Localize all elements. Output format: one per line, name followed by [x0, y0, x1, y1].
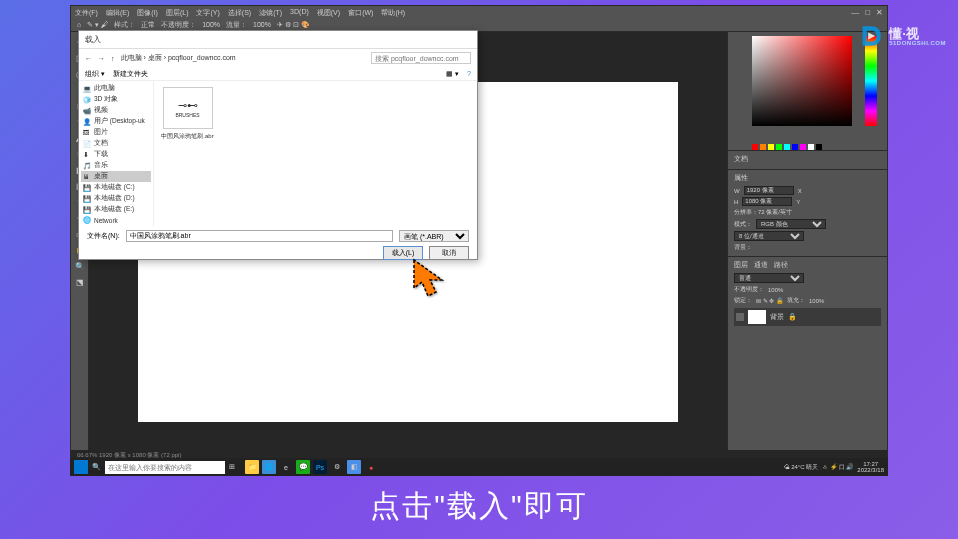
organize-menu[interactable]: 组织 ▾	[85, 69, 105, 79]
sidebar-item[interactable]: 🌐Network	[81, 215, 151, 225]
menu-filter[interactable]: 滤镜(T)	[259, 8, 282, 16]
width-input[interactable]	[744, 186, 794, 195]
menu-3d[interactable]: 3D(D)	[290, 8, 309, 16]
menu-image[interactable]: 图像(I)	[137, 8, 158, 16]
sidebar-item[interactable]: ⬇下载	[81, 149, 151, 160]
bits-select[interactable]: 8 位/通道	[734, 231, 804, 241]
forward-icon[interactable]: →	[98, 55, 105, 62]
menu-select[interactable]: 选择(S)	[228, 8, 251, 16]
weather-widget[interactable]: 🌤 24°C 晴天	[784, 463, 819, 472]
folder-icon: 🖼	[83, 129, 91, 137]
tb-ps-icon[interactable]: Ps	[313, 460, 327, 474]
tray-icons[interactable]: ㅿ ⚡ 口 🔊	[822, 463, 853, 472]
height-input[interactable]	[742, 197, 792, 206]
mode-label: 模式：	[734, 220, 752, 229]
home-icon[interactable]: ⌂	[77, 21, 81, 28]
up-icon[interactable]: ↑	[111, 55, 115, 62]
menubar: 文件(F) 编辑(E) 图像(I) 图层(L) 文字(Y) 选择(S) 滤镜(T…	[71, 6, 887, 18]
tab-channels[interactable]: 通道	[754, 260, 768, 270]
dialog-title: 载入	[85, 34, 101, 45]
filter-select[interactable]: 画笔 (*.ABR)	[399, 230, 469, 242]
menu-type[interactable]: 文字(Y)	[196, 8, 219, 16]
layer-name: 背景	[770, 312, 784, 322]
sidebar-item[interactable]: 💾本地磁盘 (C:)	[81, 182, 151, 193]
sidebar-item-label: 图片	[94, 128, 108, 137]
flow-label: 流量：	[226, 20, 247, 30]
help-icon[interactable]: ?	[467, 70, 471, 77]
newfolder-button[interactable]: 新建文件夹	[113, 69, 148, 79]
close-icon[interactable]: ✕	[876, 8, 883, 17]
sidebar-item[interactable]: 🎵音乐	[81, 160, 151, 171]
filename-input[interactable]	[126, 230, 393, 242]
menu-edit[interactable]: 编辑(E)	[106, 8, 129, 16]
tb-edge-icon[interactable]: e	[279, 460, 293, 474]
folder-icon: 💻	[83, 85, 91, 93]
tab-properties[interactable]: 属性	[734, 173, 748, 183]
flow-value[interactable]: 100%	[253, 21, 271, 28]
tb-record-icon[interactable]: ●	[364, 460, 378, 474]
sidebar-item-label: 此电脑	[94, 84, 115, 93]
sidebar-item[interactable]: 💾本地磁盘 (D:)	[81, 193, 151, 204]
folder-icon: 🌐	[83, 216, 91, 224]
folder-icon: 👤	[83, 118, 91, 126]
sidebar-item[interactable]: 📹视频	[81, 105, 151, 116]
tab-paths[interactable]: 路径	[774, 260, 788, 270]
mode-select[interactable]: RGB 颜色	[756, 219, 826, 229]
layer-kind-select[interactable]: 普通	[734, 273, 804, 283]
tb-app-icon[interactable]: ◧	[347, 460, 361, 474]
clock[interactable]: 17:27 2022/3/18	[857, 461, 884, 473]
taskbar-search[interactable]	[105, 461, 225, 474]
mode-value[interactable]: 正常	[141, 20, 155, 30]
minimize-icon[interactable]: —	[851, 8, 859, 17]
menu-window[interactable]: 窗口(W)	[348, 8, 373, 16]
sidebar-item[interactable]: 🧊3D 对象	[81, 94, 151, 105]
breadcrumb[interactable]: 此电脑 › 桌面 › pcqfloor_downcc.com	[121, 53, 366, 63]
sidebar-item-label: 本地磁盘 (D:)	[94, 194, 135, 203]
maximize-icon[interactable]: □	[865, 8, 870, 17]
sidebar-item-label: 3D 对象	[94, 95, 118, 104]
view-icon[interactable]: ▦ ▾	[446, 70, 459, 78]
sidebar-item[interactable]: 👤用户 (Desktop-uk	[81, 116, 151, 127]
file-icon-label: BRUSHES	[175, 112, 199, 118]
sidebar-item[interactable]: 💻此电脑	[81, 83, 151, 94]
tb-explorer-icon[interactable]: 📁	[245, 460, 259, 474]
file-item[interactable]: ⊸⊷BRUSHES 中国风涂鸦笔刷.abr	[160, 87, 215, 141]
tab-layers[interactable]: 图层	[734, 260, 748, 270]
sidebar-item-label: 文档	[94, 139, 108, 148]
width-label: W	[734, 188, 740, 194]
search-icon[interactable]: 🔍	[92, 463, 101, 471]
tb-browser-icon[interactable]: 🌐	[262, 460, 276, 474]
tab-swatches[interactable]: 文档	[734, 154, 748, 164]
layer-thumb	[748, 310, 766, 324]
sidebar-item[interactable]: 💾本地磁盘 (E:)	[81, 204, 151, 215]
tutorial-caption: 点击"载入"即可	[0, 486, 958, 527]
start-button[interactable]	[74, 460, 88, 474]
back-icon[interactable]: ←	[85, 55, 92, 62]
sidebar-item[interactable]: 📄文档	[81, 138, 151, 149]
taskbar: 🔍 ⊞ 📁 🌐 e 💬 Ps ⚙ ◧ ● 🌤 24°C 晴天 ㅿ ⚡ 口 🔊 1…	[70, 458, 888, 476]
folder-icon: 💾	[83, 195, 91, 203]
menu-help[interactable]: 帮助(H)	[381, 8, 405, 16]
resolution-label: 分辨率：72 像素/英寸	[734, 208, 792, 217]
opacity-value[interactable]: 100%	[202, 21, 220, 28]
search-input[interactable]	[371, 52, 471, 64]
color-swap-icon[interactable]: ⬔	[72, 274, 88, 290]
layer-row[interactable]: 背景 🔒	[734, 308, 881, 326]
watermark: 懂·视 51DONGSHI.COM	[857, 22, 946, 50]
menu-view[interactable]: 视图(V)	[317, 8, 340, 16]
taskview-icon[interactable]: ⊞	[229, 463, 235, 471]
load-dialog: 载入 ← → ↑ 此电脑 › 桌面 › pcqfloor_downcc.com …	[78, 30, 478, 260]
layer-opacity-value[interactable]: 100%	[768, 287, 783, 293]
height-label: H	[734, 199, 738, 205]
visibility-icon[interactable]	[736, 313, 744, 321]
file-list[interactable]: ⊸⊷BRUSHES 中国风涂鸦笔刷.abr	[154, 81, 477, 226]
menu-file[interactable]: 文件(F)	[75, 8, 98, 16]
tb-wechat-icon[interactable]: 💬	[296, 460, 310, 474]
fill-label: 填充：	[787, 296, 805, 305]
swatches[interactable]	[748, 142, 887, 150]
menu-layer[interactable]: 图层(L)	[166, 8, 189, 16]
fill-value[interactable]: 100%	[809, 298, 824, 304]
tb-settings-icon[interactable]: ⚙	[330, 460, 344, 474]
sidebar-item[interactable]: 🖥桌面	[81, 171, 151, 182]
sidebar-item[interactable]: 🖼图片	[81, 127, 151, 138]
